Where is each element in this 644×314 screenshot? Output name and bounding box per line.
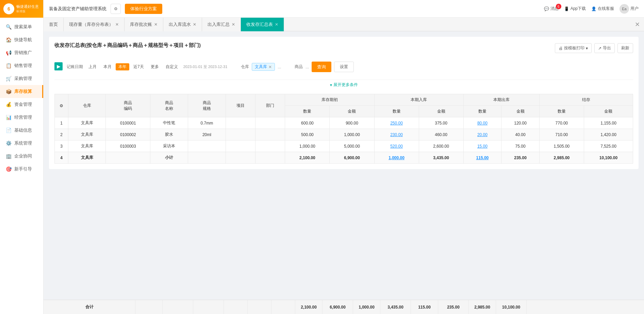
sidebar-item-quick-nav[interactable]: 🏠 快捷导航 [0, 33, 43, 46]
warehouse-more[interactable]: ... [278, 65, 281, 69]
sidebar-item-finance[interactable]: 💰 资金管理 [0, 98, 43, 111]
sidebar-item-label: 采购管理 [14, 76, 32, 82]
app-download-button[interactable]: 📱 App下载 [564, 6, 586, 12]
filter-collapse-button[interactable]: ▶ [54, 62, 63, 70]
cell-project [226, 141, 255, 152]
message-button[interactable]: 💬 消息 6 [544, 6, 559, 12]
date-tab-custom[interactable]: 自定义 [163, 63, 181, 70]
tab-summary-close[interactable]: ✕ [232, 22, 235, 27]
date-tabs: 上月 本月 本年 近7天 更多 自定义 [86, 63, 181, 70]
filter-bar: ▶ 记账日期 上月 本月 本年 近7天 更多 自定义 2023-01-01 至 … [54, 58, 633, 76]
tab-batch[interactable]: 库存批次账 ✕ [125, 18, 163, 31]
cell-out-qty[interactable]: 20.00 [463, 129, 501, 141]
tab-stock-dist-label: 现存量（库存分布表） [69, 21, 113, 28]
date-filter-label: 记账日期 [67, 64, 83, 70]
date-tab-this-month[interactable]: 本月 [101, 63, 114, 70]
footer-in-amt: 3,435.00 [380, 300, 411, 314]
cell-dept [255, 152, 285, 164]
goods-filter-label: 商品 [295, 64, 303, 70]
cell-warehouse: 文具库 [68, 152, 106, 164]
cell-closing-qty: 710.00 [539, 129, 584, 141]
export-label: 导出 [603, 45, 611, 51]
tab-summary[interactable]: 出入库汇总 ✕ [202, 18, 241, 31]
cell-opening-qty: 1,000.00 [285, 141, 330, 152]
date-tab-more[interactable]: 更多 [148, 63, 162, 70]
tab-collection-summary[interactable]: 收发存汇总表 ✕ [241, 18, 284, 31]
table-header-out-qty: 数量 [463, 106, 501, 117]
expand-label: 展开更多条件 [333, 82, 358, 88]
tab-batch-close[interactable]: ✕ [154, 22, 158, 27]
user-label: 用户 [630, 6, 639, 12]
cell-no: 1 [55, 117, 68, 129]
cell-dept [255, 141, 285, 152]
table-header-settings[interactable]: ⚙ [55, 94, 68, 117]
sidebar-item-inventory[interactable]: 📦 库存核算 [0, 85, 43, 98]
user-menu[interactable]: Ea 用户 [620, 4, 639, 14]
expand-more-button[interactable]: ▾ 展开更多条件 [54, 80, 633, 90]
date-tab-7days[interactable]: 近7天 [131, 63, 147, 70]
date-tab-this-year[interactable]: 本年 [116, 63, 129, 70]
sidebar-item-newbie[interactable]: 🎯 新手引导 [0, 163, 43, 176]
footer-in-qty: 1,000.00 [353, 300, 380, 314]
cell-no: 3 [55, 141, 68, 152]
footer-closing-qty: 2,985.00 [469, 300, 496, 314]
tab-stock-dist-close[interactable]: ✕ [115, 22, 119, 27]
trial-button[interactable]: 体验行业方案 [125, 4, 162, 14]
cell-name: 中性笔 [150, 117, 188, 129]
cell-in-qty[interactable]: 1,000.00 [374, 152, 419, 164]
query-button[interactable]: 查询 [312, 62, 331, 72]
service-icon: 👤 [591, 6, 596, 11]
sidebar-item-search[interactable]: 🔍 搜索菜单 [0, 20, 43, 33]
sidebar-item-system[interactable]: ⚙️ 系统管理 [0, 137, 43, 150]
tabbar-close-all[interactable]: ✕ [631, 21, 644, 28]
sidebar-item-enterprise[interactable]: 🏢 企业协同 [0, 150, 43, 163]
cell-closing-amt: 7,525.00 [584, 141, 633, 152]
refresh-label: 刷新 [621, 46, 629, 50]
online-service-label: 在线客服 [598, 6, 614, 12]
cell-closing-amt: 1,420.00 [584, 129, 633, 141]
footer-name [193, 300, 224, 314]
goods-more[interactable]: ... [306, 65, 309, 69]
cell-out-qty[interactable]: 15.00 [463, 141, 501, 152]
cell-opening-amt: 900.00 [330, 117, 374, 129]
online-service-button[interactable]: 👤 在线客服 [591, 6, 614, 12]
inventory-icon: 📦 [5, 89, 12, 94]
topbar: 装备及固定资产辅助管理系统 ⚙ 体验行业方案 💬 消息 6 📱 App下载 👤 … [44, 0, 644, 18]
tab-collection-summary-close[interactable]: ✕ [275, 22, 278, 27]
sidebar-item-sales[interactable]: 📋 销售管理 [0, 59, 43, 72]
sidebar-item-label: 系统管理 [14, 140, 32, 146]
date-tab-last-month[interactable]: 上月 [86, 63, 99, 70]
message-icon: 💬 [544, 6, 549, 11]
export-button[interactable]: ↗ 导出 [594, 43, 615, 53]
print-template-button[interactable]: 🖨 按模板打印 ▾ [555, 43, 592, 53]
sidebar-item-operation[interactable]: 📊 经营管理 [0, 111, 43, 124]
sidebar-item-marketing[interactable]: 📢 营销推广 [0, 46, 43, 59]
cell-in-qty[interactable]: 250.00 [374, 117, 419, 129]
refresh-button[interactable]: 刷新 [617, 43, 633, 53]
tab-flow-close[interactable]: ✕ [193, 22, 196, 27]
purchase-icon: 🛒 [5, 76, 12, 81]
filter-setting-button[interactable]: 设置 [334, 62, 354, 72]
cell-in-qty[interactable]: 520.00 [374, 141, 419, 152]
cell-out-qty[interactable]: 115.00 [463, 152, 501, 164]
sidebar-item-purchase[interactable]: 🛒 采购管理 [0, 72, 43, 85]
cell-opening-amt: 5,000.00 [330, 141, 374, 152]
tab-home[interactable]: 首页 [44, 18, 64, 31]
table-row-subtotal: 4 文具库 小计 2,100.00 6,900.00 1,000.00 3,43… [55, 152, 633, 164]
table-row: 3 文具库 0100003 采访本 1,000.00 5,000.00 520.… [55, 141, 633, 152]
footer-out-amt: 235.00 [438, 300, 469, 314]
tab-stock-dist[interactable]: 现存量（库存分布表） ✕ [64, 18, 125, 31]
warehouse-tag-close[interactable]: ✕ [268, 65, 272, 69]
cell-name: 胶水 [150, 129, 188, 141]
cell-out-qty[interactable]: 80.00 [463, 117, 501, 129]
table-header-code: 商品编码 [106, 94, 150, 117]
cell-spec: 0.7mm [188, 117, 226, 129]
sidebar-item-basic-info[interactable]: 📄 基础信息 [0, 124, 43, 137]
cell-in-qty[interactable]: 230.00 [374, 129, 419, 141]
topbar-settings-button[interactable]: ⚙ [111, 4, 121, 14]
tab-flow[interactable]: 出入库流水 ✕ [163, 18, 202, 31]
system-title: 装备及固定资产辅助管理系统 [49, 6, 106, 12]
system-icon: ⚙️ [5, 141, 12, 146]
tab-flow-label: 出入库流水 [169, 21, 191, 28]
footer-opening-amt: 6,900.00 [323, 300, 353, 314]
